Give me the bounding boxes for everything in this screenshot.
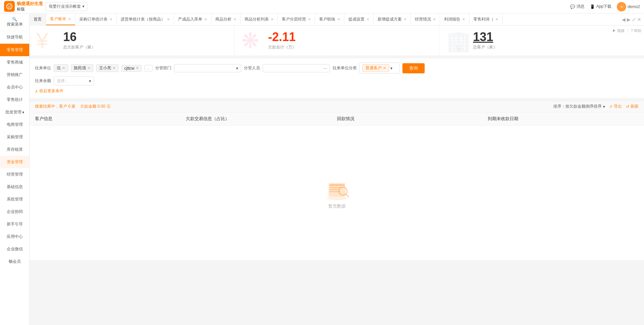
- result-count: 0: [68, 104, 71, 109]
- sidebar-item-purchase-mgmt[interactable]: 采购管理: [0, 131, 29, 143]
- empty-text: 暂无数据: [328, 203, 346, 209]
- sidebar-item-wholesale-mgmt[interactable]: 批发管理▾: [0, 106, 29, 118]
- sidebar-item-operations-mgmt[interactable]: 经营管理: [0, 168, 29, 181]
- refresh-btn[interactable]: ↺ 刷新: [626, 104, 639, 109]
- tab-customer-contact[interactable]: 客户联络 ✕: [315, 14, 344, 25]
- download-icon: 📱: [590, 4, 595, 9]
- sidebar-item-marketing[interactable]: 营销推广: [0, 69, 29, 81]
- svg-point-2: [327, 196, 347, 200]
- col-customer-info: 客户信息: [35, 116, 186, 122]
- close-tab-product-inbound[interactable]: ✕: [204, 17, 207, 21]
- close-tab-operation-status[interactable]: ✕: [433, 17, 436, 21]
- chevron-down-icon: ▾: [603, 104, 605, 109]
- svg-rect-4: [330, 184, 344, 186]
- avatar: d: [617, 2, 626, 11]
- col-repayment: 回款情况: [337, 116, 488, 122]
- sidebar-item-system-mgmt[interactable]: 系统管理: [0, 193, 29, 206]
- query-button[interactable]: 查询: [402, 63, 425, 73]
- remove-tag-wangxiaoliang[interactable]: ✕: [113, 66, 116, 70]
- collapse-btn[interactable]: ∧ 收起更多条件: [35, 88, 639, 94]
- sidebar-item-retail-mall[interactable]: 零售商城: [0, 56, 29, 69]
- tab-product-inbound[interactable]: 产成品入库单 ✕: [174, 14, 211, 25]
- close-tab-new-promotion-plan[interactable]: ✕: [404, 17, 406, 21]
- chevron-down-icon: ▾: [89, 79, 91, 83]
- sidebar-search[interactable]: 🔍 搜索菜单: [0, 13, 29, 31]
- tab-scroll-right-icon[interactable]: ▶: [627, 17, 631, 22]
- stat-bg-diamond-icon: ❋: [241, 28, 259, 53]
- sidebar-item-basic-info[interactable]: 基础信息: [0, 181, 29, 193]
- sidebar-item-vip-member[interactable]: 畅会员: [0, 255, 29, 268]
- close-tab-purchase-stats[interactable]: ✕: [167, 17, 170, 21]
- remove-tag-wu[interactable]: ✕: [62, 66, 65, 70]
- tab-retail-profit[interactable]: 零售利润（ ✕: [469, 14, 503, 25]
- sidebar-item-retail-mgmt[interactable]: 零售管理: [0, 44, 29, 56]
- balance-select[interactable]: 选择... ▾: [54, 76, 94, 85]
- user-avatar-area[interactable]: d demo2: [617, 2, 640, 11]
- filter-row-1: 往来单位 伍 ✕ 陈民强 ✕ 王小亮 ✕ cjttcw: [35, 63, 639, 74]
- sidebar-item-capital-mgmt[interactable]: 资金管理: [0, 156, 29, 168]
- tab-purchase-order-stats[interactable]: 采购订单统计表 ✕: [75, 14, 117, 25]
- filter-more-btn[interactable]: ...: [144, 65, 153, 72]
- nav-tabs: 首页 客户账本 ✕ 采购订单统计表 ✕ 进货单统计表（按商品） ✕ 产成品入库单…: [30, 13, 644, 26]
- result-bar: 搜索结果中，客户 0 家 欠款金额 0.00 元 排序：按欠款金额倒序排序 ▾ …: [30, 101, 644, 112]
- table-area: 客户信息 欠款交易信息（占比） 回款情况 到期未收款日期: [30, 112, 644, 260]
- tab-maximize-icon[interactable]: ⤢: [632, 17, 636, 22]
- close-tab-customer-segment[interactable]: ✕: [308, 17, 311, 21]
- tab-promotion-settings[interactable]: 提成设置 ✕: [344, 14, 374, 25]
- close-tab-retail-profit[interactable]: ✕: [496, 17, 498, 21]
- filter-tag-chenminqiang[interactable]: 陈民强 ✕: [71, 64, 93, 72]
- close-tab-promotion-settings[interactable]: ✕: [367, 17, 369, 21]
- close-tab-purchase-order-stats[interactable]: ✕: [110, 17, 112, 21]
- tab-home[interactable]: 首页: [30, 14, 46, 25]
- unit-class-tag: 普通客户 ✕: [362, 64, 389, 72]
- sort-selector[interactable]: 排序：按欠款金额倒序排序 ▾: [553, 104, 605, 109]
- tab-product-analysis[interactable]: 商品分析 ✕: [211, 14, 241, 25]
- logo-text: 畅捷通好生意 标版: [17, 1, 43, 12]
- close-tab-profit-report[interactable]: ✕: [462, 17, 465, 21]
- chevron-icon: ▾: [22, 110, 24, 115]
- tab-customer-segment[interactable]: 客户分层经营 ✕: [278, 14, 315, 25]
- filter-tag-unit-all[interactable]: 伍 ✕: [54, 64, 68, 72]
- tab-new-promotion-plan[interactable]: 新增提成方案 ✕: [374, 14, 411, 25]
- filter-row-2: 往来余额 选择... ▾: [35, 76, 639, 85]
- sidebar-item-enterprise-wechat[interactable]: 企业微信: [0, 243, 29, 255]
- unit-class-select[interactable]: 普通客户 ✕ ▾: [359, 63, 400, 74]
- dept-select[interactable]: ▾: [174, 64, 241, 72]
- sidebar-quick-nav[interactable]: 快捷导航: [0, 31, 29, 44]
- tab-product-analysis-list[interactable]: 商品分析列表 ✕: [241, 14, 278, 25]
- close-tab-customer-contact[interactable]: ✕: [337, 17, 340, 21]
- company-selector[interactable]: 母婴行业演示帐套 ▾: [46, 2, 87, 11]
- close-tab-product-analysis[interactable]: ✕: [233, 17, 236, 21]
- app-download-btn[interactable]: 📱 App下载: [590, 4, 611, 9]
- close-tab-product-analysis-list[interactable]: ✕: [271, 17, 273, 21]
- sidebar-item-retail-stats[interactable]: 零售统计: [0, 94, 29, 106]
- remove-unit-class[interactable]: ✕: [383, 66, 386, 70]
- stats-row: ¥ 16 总欠款客户（家） ❋ -2.11 欠款合计（万） 🏢: [30, 26, 644, 56]
- logo-area: 好 畅捷通好生意 标版: [4, 1, 43, 12]
- tab-operation-status[interactable]: 经营情况 ✕: [411, 14, 440, 25]
- remove-tag-cjttcw[interactable]: ✕: [136, 66, 139, 70]
- video-btn[interactable]: ▶ 视频: [612, 28, 625, 33]
- tab-profit-report[interactable]: 利润报告 ✕: [440, 14, 469, 25]
- tab-close-all-icon[interactable]: ✕: [637, 17, 641, 22]
- sidebar-item-enterprise-coop[interactable]: 企业协同: [0, 206, 29, 218]
- tab-purchase-stats-by-product[interactable]: 进货单统计表（按商品） ✕: [117, 14, 174, 25]
- close-tab-customer-accounts[interactable]: ✕: [68, 17, 71, 21]
- filter-tag-wangxiaoliang[interactable]: 王小亮 ✕: [96, 64, 119, 72]
- tab-customer-accounts[interactable]: 客户账本 ✕: [46, 13, 75, 25]
- export-btn[interactable]: ↗ 导出: [609, 104, 622, 109]
- sidebar-item-app-center[interactable]: 应用中心: [0, 230, 29, 243]
- tab-scroll-left-icon[interactable]: ◀: [622, 17, 626, 22]
- help-btn[interactable]: ? 帮助: [631, 28, 641, 33]
- sidebar-item-new-guide[interactable]: 新手引导: [0, 218, 29, 230]
- message-btn[interactable]: 💬 消息: [570, 4, 585, 9]
- remove-tag-chenminqiang[interactable]: ✕: [87, 66, 90, 70]
- sidebar-item-member-center[interactable]: 会员中心: [0, 81, 29, 94]
- sidebar-item-ecommerce-mgmt[interactable]: 电商管理: [0, 118, 29, 131]
- logo-icon: 好: [4, 1, 15, 12]
- filter-tag-cjttcw[interactable]: cjttcw ✕: [121, 65, 142, 72]
- table-body: 暂无数据: [30, 125, 644, 260]
- sidebar-item-inventory[interactable]: 库存核算: [0, 143, 29, 156]
- person-select[interactable]: ···: [263, 64, 330, 72]
- stat-total-customers: 🏢 131 总客户（家） ▶ 视频 | ? 帮助: [439, 26, 644, 56]
